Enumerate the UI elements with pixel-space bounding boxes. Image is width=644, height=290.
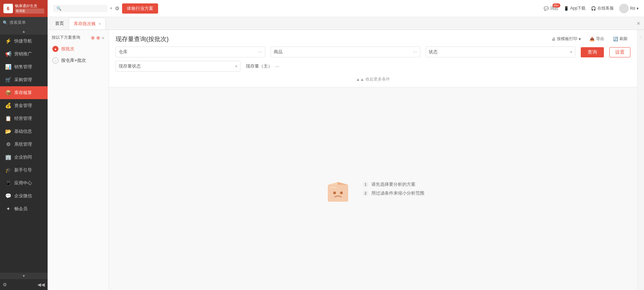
warehouse-input-wrap[interactable]: 仓库 ··· [116,47,265,57]
sidebar-item-sales[interactable]: 📊 销售管理 [0,60,48,73]
purchase-icon: 🛒 [5,77,12,83]
sidebar-label-purchase: 采购管理 [14,77,32,83]
user-btn[interactable]: Rit ▾ [619,4,639,13]
sidebar-item-guide[interactable]: 🎓 新手引导 [0,164,48,177]
sidebar-item-basic-info[interactable]: 📂 基础信息 [0,125,48,138]
scroll-down-btn[interactable]: ▼ [0,273,48,279]
page-header: 现存量查询(按批次) 🖨 按模板打印 ▾ 📤 导出 🔄 刷新 [109,30,637,47]
export-btn-label: 导出 [596,36,604,42]
sidebar-search-item[interactable]: 🔍 搜索菜单 [0,17,48,28]
tab-close-btn[interactable]: × [99,22,101,26]
sidebar-label-vip: 畅会员 [14,206,28,212]
collapse-label: 收起更多条件 [366,76,390,82]
home-tab-label: 首页 [55,20,64,26]
app-download-label: App下载 [570,5,586,11]
svg-marker-1 [328,182,338,185]
inventory-status-select[interactable]: 现存量状态 ▾ [116,61,240,72]
app-download-btn[interactable]: 📱 App下载 [564,5,586,11]
status-dropdown-icon: ▾ [570,50,572,54]
finance-icon: 💰 [5,103,12,109]
notification-badge: 99+ [553,3,560,7]
settings-gear-icon[interactable]: ⚙ [3,282,7,287]
active-tab-label: 库存批次账 [74,21,96,27]
filter-panel-header: 按以下方案查询 ⊕ ⊕ « [48,33,108,43]
sidebar-footer: ⚙ ◀◀ [0,279,48,290]
sidebar-label-basic-info: 基础信息 [14,128,32,134]
sidebar-toggle-btn[interactable]: ◀◀ [37,282,45,287]
warehouse-dots-btn[interactable]: ··· [258,49,262,55]
scheme-icon-batch: ● [52,46,58,52]
sidebar-item-system[interactable]: ⚙ 系统管理 [0,138,48,151]
user-dropdown-icon: ▾ [637,6,639,11]
right-panel-toggle[interactable]: › [639,37,643,38]
sidebar-item-wechat[interactable]: 💬 企业微信 [0,189,48,202]
sidebar-item-vip[interactable]: ✦ 畅会员 [0,202,48,215]
inventory-status-label: 现存量状态 [119,63,141,69]
topbar-gear-icon[interactable]: ⚙ [115,5,119,12]
filter-header-actions: ⊕ ⊕ « [91,35,104,40]
status-field: 状态 ▾ [426,47,575,57]
sidebar-item-marketing[interactable]: 📢 营销推广 [0,48,48,60]
tab-inventory-batch[interactable]: 库存批次账 × [69,18,106,30]
add-scheme-btn[interactable]: ⊕ [91,35,95,40]
main-area: 🔍 ▾ ⚙ 体验行业方案 💬 消息 99+ 📱 App下载 🎧 在线客服 [48,0,644,290]
user-name: Rit [630,6,635,11]
topbar-dropdown-icon[interactable]: ▾ [110,6,112,11]
sidebar-item-enterprise[interactable]: 🏢 企业协同 [0,151,48,164]
empty-state: 1 请先选择要分析的方案 2 用过滤条件来缩小分析范围 [109,87,637,290]
experience-btn[interactable]: 体验行业方案 [122,3,158,14]
settings-btn[interactable]: 设置 [609,47,630,57]
collapse-panel-btn[interactable]: « [102,35,104,40]
settings-scheme-btn[interactable]: ⊕ [96,35,100,40]
sidebar-item-operation[interactable]: 📋 经营管理 [0,112,48,125]
panel-close-btn[interactable]: ✕ [637,21,641,26]
sidebar-item-app-center[interactable]: 📱 应用中心 [0,177,48,189]
sidebar-item-quick-nav[interactable]: ⚡ 快捷导航 [0,35,48,48]
scroll-up-btn[interactable]: ▲ [0,28,48,35]
scheme-label-batch: 按批次 [61,46,74,52]
sidebar-item-finance[interactable]: 💰 资金管理 [0,99,48,112]
refresh-btn[interactable]: 🔄 刷新 [610,35,630,43]
sales-icon: 📊 [5,64,12,70]
scheme-item-batch[interactable]: ● 按批次 [48,43,108,55]
quantity-field: 现存量（主） — [246,63,371,69]
topbar-search-input[interactable] [64,6,98,11]
tip-item-2: 2 用过滤条件来缩小分析范围 [362,190,424,196]
quantity-dash: — [275,64,279,69]
collapse-more-btn[interactable]: ▲▲ 收起更多条件 [116,75,630,84]
enterprise-icon: 🏢 [5,154,12,160]
topbar: 🔍 ▾ ⚙ 体验行业方案 💬 消息 99+ 📱 App下载 🎧 在线客服 [48,0,644,17]
sidebar: 6 畅康通好生意 标准版 🔍 搜索菜单 ▲ ⚡ 快捷导航 📢 营销推广 📊 销售… [0,0,48,290]
print-btn[interactable]: 🖨 按模板打印 ▾ [549,35,583,43]
warehouse-field: 仓库 ··· [116,47,265,57]
filter-panel-title: 按以下方案查询 [52,35,80,40]
right-panel: › [637,30,644,290]
sidebar-item-purchase[interactable]: 🛒 采购管理 [0,73,48,86]
query-btn[interactable]: 查询 [581,47,604,57]
status-select[interactable]: 状态 ▾ [426,47,575,57]
online-service-btn[interactable]: 🎧 在线客服 [591,5,614,11]
collapse-icon: ▲▲ [356,77,364,82]
form-row-2: 现存量状态 ▾ 现存量（主） — [116,61,630,72]
sidebar-header: 6 畅康通好生意 标准版 [0,0,48,17]
export-btn[interactable]: 📤 导出 [587,35,607,43]
search-form: 仓库 ··· 商品 ··· 状态 ▾ [109,47,637,87]
product-input-wrap[interactable]: 商品 ··· [271,47,420,57]
topbar-search-box[interactable]: 🔍 [53,5,107,12]
refresh-btn-label: 刷新 [620,36,628,42]
app-logo: 6 [3,4,13,13]
sidebar-nav: ⚡ 快捷导航 📢 营销推广 📊 销售管理 🛒 采购管理 📦 库存核算 💰 资金管… [0,35,48,273]
filter-panel: 按以下方案查询 ⊕ ⊕ « ● 按批次 ○ 按仓库+批次 [48,30,109,290]
product-dots-btn[interactable]: ··· [413,49,417,55]
page-title: 现存量查询(按批次) [116,35,169,43]
form-row-1: 仓库 ··· 商品 ··· 状态 ▾ [116,47,630,57]
sidebar-label-inventory: 库存核算 [14,90,32,96]
quantity-label: 现存量（主） [246,63,272,69]
wechat-icon: 💬 [5,193,12,199]
message-btn[interactable]: 💬 消息 99+ [544,5,558,11]
tab-home[interactable]: 首页 [50,18,69,29]
inventory-status-field: 现存量状态 ▾ [116,61,240,72]
sidebar-label-guide: 新手引导 [14,167,32,173]
scheme-item-warehouse-batch[interactable]: ○ 按仓库+批次 [48,55,108,66]
sidebar-item-inventory[interactable]: 📦 库存核算 [0,86,48,99]
